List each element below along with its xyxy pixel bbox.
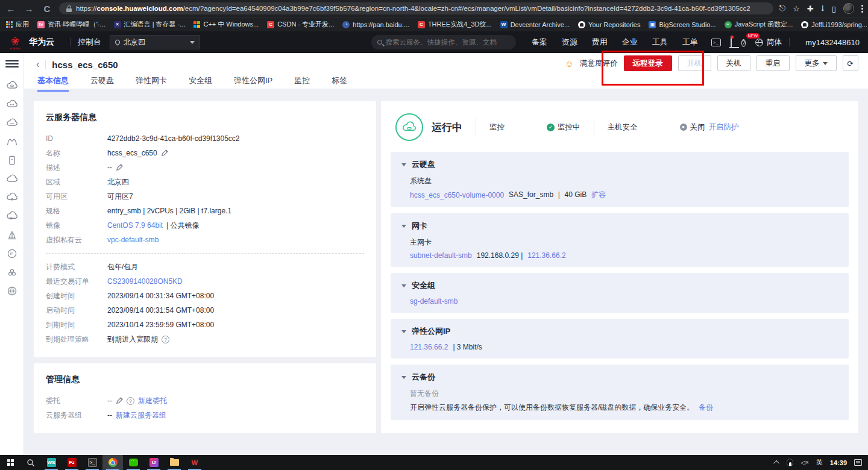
hamburger-menu-icon[interactable] xyxy=(5,58,19,72)
browser-back-icon[interactable]: ← xyxy=(5,4,17,14)
ime-indicator[interactable]: 英 xyxy=(816,458,823,467)
browser-menu-icon[interactable] xyxy=(861,5,863,13)
bookmark-three[interactable]: CTHREE实战4_3D纹... xyxy=(418,20,492,29)
cli-terminal-icon[interactable]: >_ xyxy=(711,39,721,46)
backup-section-header[interactable]: 云备份 xyxy=(401,372,838,383)
cloud-icon[interactable] xyxy=(6,174,18,184)
restart-button[interactable]: 重启 xyxy=(756,55,790,71)
region-selector[interactable]: 北京四 xyxy=(110,35,200,49)
nic-section-header[interactable]: 网卡 xyxy=(401,221,838,231)
menu-beian[interactable]: 备案 xyxy=(532,37,547,48)
taskbar-wechat[interactable] xyxy=(123,455,143,470)
bookmark-apps[interactable]: 应用 xyxy=(6,20,29,29)
bookmark-repos[interactable]: Your Repositories xyxy=(578,21,640,28)
auto-scaling-icon[interactable] xyxy=(6,136,18,147)
security-group-link[interactable]: sg-default-smb xyxy=(410,297,458,306)
cloud-key-icon[interactable] xyxy=(6,211,18,222)
expand-disk-link[interactable]: 扩容 xyxy=(591,190,606,200)
bookmark-jeffli[interactable]: JeffLi1993/spring... xyxy=(801,21,867,28)
eip-section-header[interactable]: 弹性公网IP xyxy=(401,326,838,337)
refresh-button[interactable]: ⟳ xyxy=(843,55,858,71)
bookmark-devcenter[interactable]: WDevcenter Archive... xyxy=(500,21,570,28)
enable-protection-link[interactable]: 开启防护 xyxy=(709,122,739,133)
cloud-disk-icon[interactable] xyxy=(6,118,18,128)
eip-link[interactable]: 121.36.66.2 xyxy=(410,343,448,351)
menu-enterprise[interactable]: 企业 xyxy=(622,37,638,48)
console-link[interactable]: 控制台 xyxy=(78,37,101,48)
backup-link[interactable]: 备份 xyxy=(699,403,713,413)
notifications-bell-icon[interactable] xyxy=(731,37,732,48)
edit-agency-icon[interactable] xyxy=(116,397,123,404)
share-icon[interactable]: ⎋ xyxy=(779,4,785,13)
start-button[interactable] xyxy=(0,455,20,470)
bookmark-javascript[interactable]: ≡JavaScript 函数定... xyxy=(725,20,793,29)
volume-muted-icon[interactable]: ◁× xyxy=(800,459,809,466)
menu-resources[interactable]: 资源 xyxy=(562,37,577,48)
help-circle-icon[interactable]: ? xyxy=(127,397,134,405)
global-search[interactable] xyxy=(371,35,516,49)
image-link[interactable]: CentOS 7.9 64bit xyxy=(107,221,163,230)
disk-section-header[interactable]: 云硬盘 xyxy=(401,159,838,170)
extensions-puzzle-icon[interactable]: ✚ xyxy=(807,4,814,13)
vpc-globe-icon[interactable] xyxy=(6,286,18,296)
more-button[interactable]: 更多 xyxy=(796,55,837,71)
bookmark-bigscreen[interactable]: ▣BigScreen Studio... xyxy=(649,21,715,28)
sg-section-header[interactable]: 安全组 xyxy=(401,280,838,291)
menu-tools[interactable]: 工具 xyxy=(652,37,668,48)
taskbar-intellij[interactable]: IJ xyxy=(143,455,164,470)
cloud-dots-icon[interactable] xyxy=(6,99,18,110)
qq-tray-icon[interactable] xyxy=(787,459,793,466)
order-link[interactable]: CS2309140028ON5KD xyxy=(107,277,183,286)
bookmark-star-icon[interactable]: ☆ xyxy=(793,4,800,13)
downloads-icon[interactable]: ⭣ xyxy=(821,4,825,13)
taskbar-filezilla[interactable]: Fz xyxy=(61,455,82,470)
browser-reload-icon[interactable]: C xyxy=(41,4,53,14)
browser-forward-icon[interactable]: → xyxy=(23,4,35,14)
taskbar-chrome[interactable] xyxy=(102,455,123,470)
satisfaction-link[interactable]: 满意度评价 xyxy=(580,58,618,69)
brand-name[interactable]: 华为云 xyxy=(29,37,54,48)
edit-name-icon[interactable] xyxy=(161,149,168,157)
power-off-button[interactable]: 关机 xyxy=(717,55,750,71)
help-icon[interactable]: ?NEW xyxy=(741,37,746,48)
bookmark-bilibili[interactable]: tv资讯-哔哩哔哩（'-... xyxy=(37,20,105,29)
vpc-link[interactable]: vpc-default-smb xyxy=(107,236,159,244)
reading-list-icon[interactable]: ▯ xyxy=(832,4,836,13)
language-switcher[interactable]: 简体 xyxy=(755,37,782,48)
taskbar-explorer[interactable] xyxy=(164,455,184,470)
menu-billing[interactable]: 费用 xyxy=(592,37,608,48)
ecs-cloud-server-icon[interactable] xyxy=(6,80,18,91)
menu-tickets[interactable]: 工单 xyxy=(682,37,698,48)
help-circle-icon[interactable]: ? xyxy=(162,336,169,343)
taskbar-cmd[interactable]: >_ xyxy=(82,455,102,470)
create-server-group-link[interactable]: 新建云服务器组 xyxy=(116,410,166,421)
subnet-link[interactable]: subnet-default-smb xyxy=(410,251,472,260)
bookmark-assembly[interactable]: ✕汇编语言 | 寄存器 -... xyxy=(114,20,186,29)
account-name[interactable]: my1432448610 xyxy=(805,38,860,47)
tray-expand-icon[interactable] xyxy=(773,460,779,466)
back-arrow-icon[interactable]: ‹ xyxy=(36,59,39,70)
taskbar-wps-office[interactable]: W xyxy=(184,455,205,470)
remote-login-button[interactable]: 远程登录 xyxy=(624,55,672,71)
edit-desc-icon[interactable] xyxy=(116,164,123,171)
taskbar-wps-writer[interactable]: WS xyxy=(41,455,61,470)
taskbar-search[interactable] xyxy=(20,455,41,470)
clock[interactable]: 14:39 xyxy=(830,459,847,466)
volume-link[interactable]: hcss_ecs_c650-volume-0000 xyxy=(410,191,504,199)
bookmark-baidupan[interactable]: ◔https://pan.baidu.... xyxy=(342,21,409,28)
power-on-button[interactable]: 开机 xyxy=(678,55,711,71)
create-agency-link[interactable]: 新建委托 xyxy=(138,396,167,406)
dedicated-host-icon[interactable] xyxy=(6,230,18,240)
bookmark-cpp-windows[interactable]: C++ 中 Windows... xyxy=(193,20,259,29)
action-center-icon[interactable] xyxy=(854,459,862,466)
cloud-upload-icon[interactable] xyxy=(6,192,18,203)
nic-eip-link[interactable]: 121.36.66.2 xyxy=(527,251,565,260)
user-group-icon[interactable] xyxy=(6,267,18,278)
server-card-icon[interactable] xyxy=(6,155,18,166)
ip-address-icon[interactable]: IP xyxy=(6,248,18,259)
profile-avatar[interactable] xyxy=(843,3,854,14)
search-input[interactable] xyxy=(386,39,506,46)
huawei-logo[interactable]: ❀HUAWEI xyxy=(8,36,24,48)
address-bar[interactable]: https://console.huaweicloud.com/ecm/?age… xyxy=(59,2,773,14)
bookmark-csdn[interactable]: CCSDN - 专业开发... xyxy=(267,20,334,29)
